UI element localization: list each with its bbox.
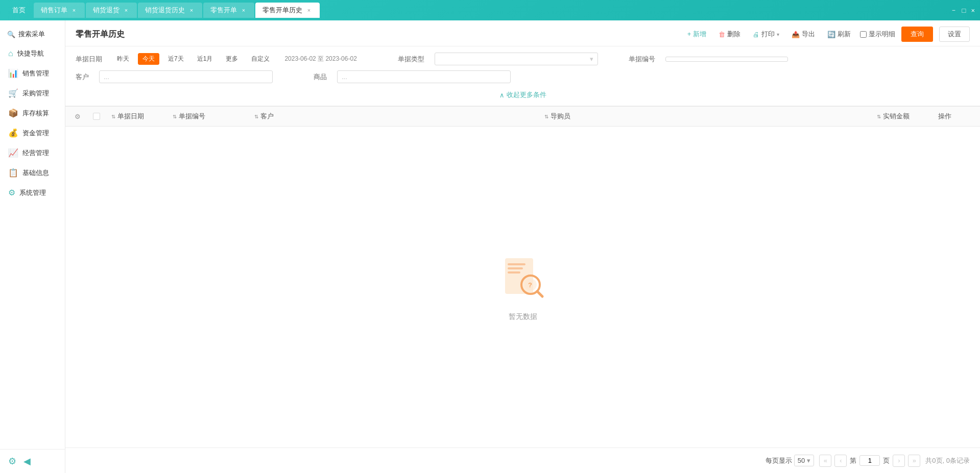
sidebar-item-sys-mgmt-label: 系统管理 xyxy=(19,188,46,197)
date-btn-1month[interactable]: 近1月 xyxy=(193,53,218,65)
next-page-btn[interactable]: › xyxy=(893,455,905,467)
first-page-btn[interactable]: « xyxy=(819,455,831,467)
collapse-sidebar-icon[interactable]: ◀ xyxy=(23,456,31,467)
window-controls: － □ × xyxy=(950,6,975,15)
money-icon: 💰 xyxy=(8,128,18,138)
svg-rect-3 xyxy=(508,271,520,273)
trend-icon: 📈 xyxy=(8,148,18,158)
sidebar-item-purchase-mgmt[interactable]: 🛒 采购管理 xyxy=(0,83,65,103)
th-checkbox[interactable] xyxy=(89,113,107,120)
display-label: 显示明细 xyxy=(869,30,895,39)
tab-home-label: 首页 xyxy=(12,6,26,15)
th-date[interactable]: ⇅ 单据日期 xyxy=(107,112,169,121)
th-action: 操作 xyxy=(934,112,975,121)
date-btn-custom[interactable]: 自定义 xyxy=(247,53,274,65)
add-button[interactable]: + 新增 xyxy=(684,28,709,41)
sort-date-icon: ⇅ xyxy=(111,114,115,119)
product-filter-label: 商品 xyxy=(314,72,327,82)
cart-icon: 🛒 xyxy=(8,88,18,98)
display-toggle[interactable]: 显示明细 xyxy=(860,30,895,39)
refresh-icon: 🔄 xyxy=(827,31,835,38)
window-minimize[interactable]: － xyxy=(950,6,957,15)
th-customer[interactable]: ⇅ 客户 xyxy=(250,112,540,121)
tab-retail-open[interactable]: 零售开单 × xyxy=(203,3,254,18)
tab-home[interactable]: 首页 xyxy=(5,3,33,18)
export-icon: 📤 xyxy=(792,31,800,38)
tab-retail-open-history-label: 零售开单历史 xyxy=(262,6,302,15)
tab-sales-order[interactable]: 销售订单 × xyxy=(34,3,85,18)
date-range-display: 2023-06-02 至 2023-06-02 xyxy=(284,55,356,63)
tab-retail-open-history[interactable]: 零售开单历史 × xyxy=(255,3,320,18)
product-input[interactable]: ... xyxy=(337,70,511,83)
empty-text: 暂无数据 xyxy=(509,312,537,321)
sidebar-item-basic-info[interactable]: 📋 基础信息 xyxy=(0,163,65,183)
sidebar-item-finance-mgmt[interactable]: 💰 资金管理 xyxy=(0,123,65,143)
date-btn-yesterday[interactable]: 昨天 xyxy=(112,53,134,65)
page-size-select: 每页显示 50 ▾ xyxy=(766,455,814,466)
sort-amount-icon: ⇅ xyxy=(877,114,881,119)
sidebar-item-inventory[interactable]: 📦 库存核算 xyxy=(0,103,65,123)
display-checkbox[interactable] xyxy=(860,31,867,38)
order-type-label: 单据类型 xyxy=(398,55,424,64)
page-title: 零售开单历史 xyxy=(76,29,125,40)
tab-sales-order-close[interactable]: × xyxy=(70,7,78,14)
product-placeholder: ... xyxy=(342,73,347,81)
order-type-select[interactable]: ▾ xyxy=(435,53,598,65)
sidebar-search[interactable]: 🔍 搜索采单 xyxy=(0,24,65,44)
toolbar: + 新增 🗑 删除 🖨 打印 ▾ 📤 导出 🔄 刷新 xyxy=(684,27,970,42)
delete-button[interactable]: 🗑 删除 xyxy=(715,28,744,41)
total-info: 共0页, 0条记录 xyxy=(925,456,970,465)
th-salesman[interactable]: ⇅ 导购员 xyxy=(540,112,591,121)
refresh-button[interactable]: 🔄 刷新 xyxy=(824,28,854,41)
first-page-icon: « xyxy=(824,457,827,464)
sidebar-item-finance-mgmt-label: 资金管理 xyxy=(22,129,49,138)
order-no-input[interactable] xyxy=(665,57,788,62)
customer-filter-label: 客户 xyxy=(76,72,89,82)
th-order-no[interactable]: ⇅ 单据编号 xyxy=(169,112,250,121)
chart-icon: 📊 xyxy=(8,68,18,78)
svg-text:?: ? xyxy=(528,281,532,289)
date-btn-7days[interactable]: 近7天 xyxy=(163,53,188,65)
tab-retail-open-history-close[interactable]: × xyxy=(305,7,313,14)
print-icon: 🖨 xyxy=(753,31,759,38)
page-suffix: 页 xyxy=(883,456,890,465)
svg-rect-1 xyxy=(508,263,525,265)
page-input[interactable] xyxy=(859,455,880,466)
last-page-btn[interactable]: » xyxy=(908,455,920,467)
customer-input[interactable]: ... xyxy=(99,70,273,83)
export-button[interactable]: 📤 导出 xyxy=(788,28,818,41)
tab-sales-return-close[interactable]: × xyxy=(123,7,130,14)
sort-salesman-icon: ⇅ xyxy=(544,114,548,119)
window-close[interactable]: × xyxy=(971,7,975,14)
collapse-filter-btn[interactable]: ∧ 收起更多条件 xyxy=(76,88,970,99)
add-label: + 新增 xyxy=(687,30,706,39)
date-btn-more[interactable]: 更多 xyxy=(221,53,243,65)
sidebar-item-quick-nav[interactable]: ⌂ 快捷导航 xyxy=(0,44,65,63)
query-button[interactable]: 查询 xyxy=(901,27,933,42)
window-maximize[interactable]: □ xyxy=(962,7,966,14)
tab-sales-return-history-close[interactable]: × xyxy=(188,7,195,14)
filter-row-1: 单据日期 昨天 今天 近7天 近1月 更多 自定义 2023-06-02 至 2… xyxy=(76,53,970,65)
sidebar-item-operations-mgmt[interactable]: 📈 经营管理 xyxy=(0,143,65,163)
tab-sales-return[interactable]: 销货退货 × xyxy=(86,3,137,18)
sidebar: 🔍 搜索采单 ⌂ 快捷导航 📊 销售管理 🛒 采购管理 📦 库存核算 💰 资金管… xyxy=(0,20,65,473)
page-header: 零售开单历史 + 新增 🗑 删除 🖨 打印 ▾ 📤 导出 xyxy=(65,20,980,46)
tab-retail-open-close[interactable]: × xyxy=(240,7,247,14)
settings-icon[interactable]: ⚙ xyxy=(8,456,16,467)
print-button[interactable]: 🖨 打印 ▾ xyxy=(750,28,782,41)
th-settings[interactable]: ⚙ xyxy=(70,113,89,120)
sidebar-item-basic-info-label: 基础信息 xyxy=(22,168,49,178)
sidebar-item-sys-mgmt[interactable]: ⚙ 系统管理 xyxy=(0,183,65,203)
delete-label: 删除 xyxy=(727,30,740,39)
page-size-box[interactable]: 50 ▾ xyxy=(794,455,814,466)
tab-sales-return-history[interactable]: 销货退货历史 × xyxy=(138,3,202,18)
date-btn-today[interactable]: 今天 xyxy=(138,53,159,65)
next-page-icon: › xyxy=(898,457,900,464)
sidebar-item-sales-mgmt[interactable]: 📊 销售管理 xyxy=(0,63,65,83)
header-checkbox[interactable] xyxy=(93,113,100,120)
prev-page-btn[interactable]: ‹ xyxy=(834,455,847,467)
gear-icon: ⚙ xyxy=(8,188,15,197)
page-size-label: 每页显示 xyxy=(766,456,792,465)
settings-button[interactable]: 设置 xyxy=(939,27,970,42)
th-amount[interactable]: ⇅ 实销金额 xyxy=(873,112,934,121)
